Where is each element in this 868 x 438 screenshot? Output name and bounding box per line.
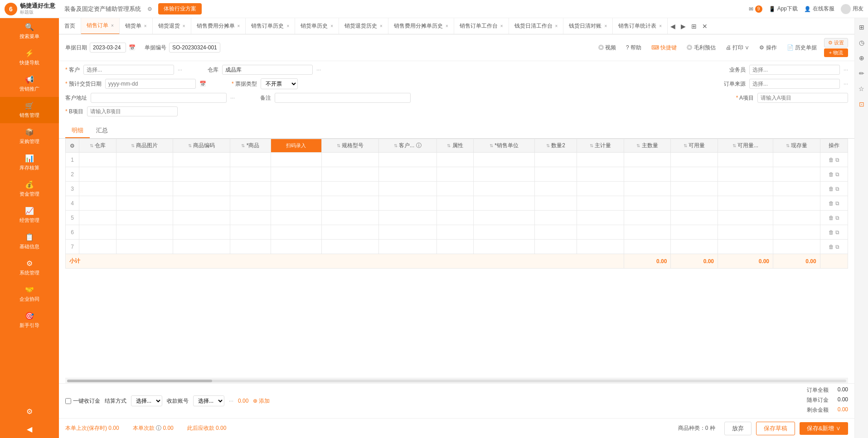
toolbar-settings-btn[interactable]: ⚙ 设置 xyxy=(824,38,848,48)
sidebar-item-enterprise[interactable]: 🤝 企业协同 xyxy=(0,281,59,307)
row-mainunit-1[interactable] xyxy=(577,153,624,167)
tab-order-workbench[interactable]: 销售订单工作台 × xyxy=(454,18,509,34)
row-warehouse-2[interactable] xyxy=(79,167,116,182)
row-spec-3[interactable] xyxy=(322,182,379,196)
system-settings-icon[interactable]: ⚙ xyxy=(145,4,155,14)
row-code-3[interactable] xyxy=(173,182,230,196)
row-product-1[interactable] xyxy=(230,153,271,167)
row-scan-3[interactable] xyxy=(271,182,321,196)
row-code-4[interactable] xyxy=(173,196,230,211)
row-spec-1[interactable] xyxy=(322,153,379,167)
message-item[interactable]: ✉ 9 xyxy=(749,5,762,13)
right-icon-1[interactable]: ⊞ xyxy=(856,22,867,33)
row-qty2-1[interactable] xyxy=(534,153,577,167)
tab-expand-btn[interactable]: ⊞ xyxy=(689,23,699,30)
sidebar-item-operation[interactable]: 📈 经营管理 xyxy=(0,202,59,228)
copy-icon[interactable]: ⧉ xyxy=(835,229,839,236)
row-mainunit-3[interactable] xyxy=(577,182,624,196)
right-icon-star[interactable]: ☆ xyxy=(856,83,867,94)
copy-icon[interactable]: ⧉ xyxy=(835,171,839,178)
warehouse-input[interactable] xyxy=(222,65,313,75)
a-project-input[interactable] xyxy=(757,93,848,103)
order-source-input[interactable] xyxy=(749,79,840,89)
tab-return-history[interactable]: 销货退货历史 × xyxy=(339,18,388,34)
staff-more-icon[interactable]: ··· xyxy=(844,67,848,73)
row-image-3[interactable] xyxy=(116,182,173,196)
table-scrollbar[interactable] xyxy=(65,378,848,383)
delete-icon[interactable]: 🗑 xyxy=(829,229,834,236)
col-settings-icon[interactable]: ⚙ xyxy=(70,143,75,149)
tab-expense-history[interactable]: 销售费用分摊单历史 × xyxy=(388,18,454,34)
row-mainqty-4[interactable] xyxy=(624,196,671,211)
row-current-4[interactable] xyxy=(773,196,820,211)
account-select[interactable]: 选择... xyxy=(193,395,224,406)
tab-daily-workbench[interactable]: 钱货日清工作台 × xyxy=(509,18,564,34)
sidebar-item-nav[interactable]: ⚡ 快捷导航 xyxy=(0,44,59,71)
app-download-item[interactable]: 📱 App下载 xyxy=(769,5,798,13)
col-scan[interactable]: 扫码录入 xyxy=(271,139,321,153)
delete-icon[interactable]: 🗑 xyxy=(829,200,834,207)
row-custcode-4[interactable] xyxy=(378,196,436,211)
row-code-2[interactable] xyxy=(173,167,230,182)
tab-sales-return[interactable]: 销货退货 × xyxy=(153,18,191,34)
toolbar-history-btn[interactable]: 📄 历史单据 xyxy=(784,43,820,53)
sidebar-item-system[interactable]: ⚙ 系统管理 xyxy=(0,255,59,281)
account-more-icon[interactable]: ··· xyxy=(229,398,233,404)
address-more-icon[interactable]: ··· xyxy=(230,95,235,101)
one-click-checkbox[interactable] xyxy=(65,398,71,404)
tab-sales-order-history[interactable]: 销售订单历史 × xyxy=(246,18,295,34)
row-avail2-1[interactable] xyxy=(718,153,773,167)
tab-close-all-btn[interactable]: ✕ xyxy=(699,23,710,30)
tab-invoice-history[interactable]: 销货单历史 × xyxy=(295,18,339,34)
date-picker-icon[interactable]: 📅 xyxy=(199,81,206,87)
tab-sales-order[interactable]: 销售订单 × xyxy=(81,18,120,34)
calendar-icon[interactable]: 📅 xyxy=(129,44,136,51)
tab-close-icon[interactable]: × xyxy=(286,24,289,29)
right-icon-3[interactable]: ⊕ xyxy=(856,53,867,63)
tab-sales-expense[interactable]: 销售费用分摊单 × xyxy=(191,18,246,34)
row-scan-4[interactable] xyxy=(271,196,321,211)
save-new-button[interactable]: 保存&新增 ∨ xyxy=(800,422,848,435)
order-source-more-icon[interactable]: ··· xyxy=(844,81,848,87)
row-unit-3[interactable] xyxy=(474,182,534,196)
row-qty2-2[interactable] xyxy=(534,167,577,182)
row-spec-4[interactable] xyxy=(322,196,379,211)
tab-next-btn[interactable]: ▶ xyxy=(678,23,689,30)
copy-icon[interactable]: ⧉ xyxy=(835,200,839,207)
row-mainunit-2[interactable] xyxy=(577,167,624,182)
row-unit-1[interactable] xyxy=(474,153,534,167)
row-current-1[interactable] xyxy=(773,153,820,167)
warehouse-more-icon[interactable]: ··· xyxy=(316,67,321,73)
discard-button[interactable]: 放弃 xyxy=(724,422,752,435)
tab-close-icon[interactable]: × xyxy=(330,24,333,29)
tab-close-icon[interactable]: × xyxy=(144,24,147,29)
solution-button[interactable]: 体验行业方案 xyxy=(158,3,202,14)
row-avail-4[interactable] xyxy=(671,196,718,211)
tab-close-icon[interactable]: × xyxy=(604,24,607,29)
tab-detail[interactable]: 明细 xyxy=(65,124,90,138)
b-project-input[interactable] xyxy=(87,106,178,116)
customer-input[interactable] xyxy=(83,65,174,75)
sidebar-item-sales[interactable]: 🛒 销售管理 xyxy=(0,97,59,123)
row-scan-2[interactable] xyxy=(271,167,321,182)
delivery-input[interactable] xyxy=(105,79,196,89)
toolbar-profit-btn[interactable]: ◎ 毛利预估 xyxy=(684,43,718,53)
customer-more-icon[interactable]: ··· xyxy=(178,67,182,73)
sidebar-item-basic[interactable]: 📋 基础信息 xyxy=(0,228,59,255)
save-draft-button[interactable]: 保存草稿 xyxy=(756,422,795,435)
tab-daily-reconcile[interactable]: 钱货日清对账 × xyxy=(563,18,613,34)
row-product-4[interactable] xyxy=(230,196,271,211)
row-attr-1[interactable] xyxy=(436,153,474,167)
row-custcode-3[interactable] xyxy=(378,182,436,196)
tab-close-icon[interactable]: × xyxy=(183,24,185,29)
row-attr-4[interactable] xyxy=(436,196,474,211)
sidebar-item-finance[interactable]: 💰 资金管理 xyxy=(0,176,59,202)
delete-icon[interactable]: 🗑 xyxy=(829,157,834,163)
toolbar-print-btn[interactable]: 🖨 打印 ∨ xyxy=(723,43,752,53)
staff-input[interactable] xyxy=(749,65,840,75)
tab-prev-btn[interactable]: ◀ xyxy=(668,23,678,30)
delete-icon[interactable]: 🗑 xyxy=(829,244,834,250)
row-custcode-2[interactable] xyxy=(378,167,436,182)
row-code-1[interactable] xyxy=(173,153,230,167)
user-item[interactable]: 用友 xyxy=(841,4,863,14)
